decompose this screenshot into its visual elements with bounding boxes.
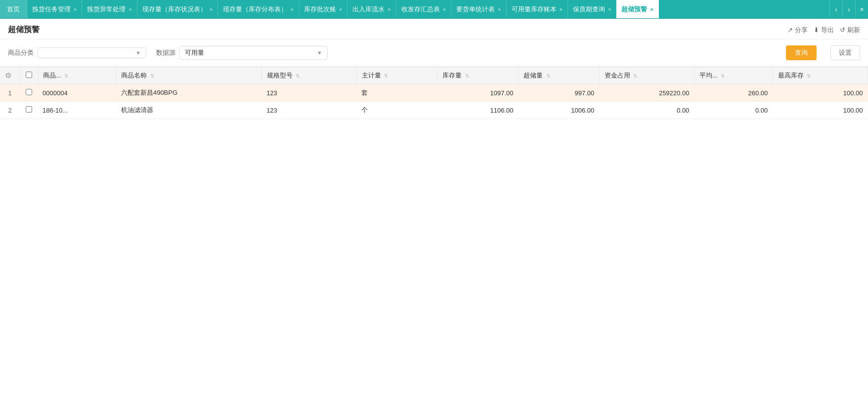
col-gear: ⚙ bbox=[0, 67, 20, 84]
cell-spec-0: 123 bbox=[261, 84, 356, 102]
category-filter-label: 商品分类 bbox=[8, 48, 34, 57]
share-icon: ↗ bbox=[787, 26, 793, 34]
tab-avail-stock-label: 可用量库存账本 bbox=[512, 5, 557, 14]
col-stock-sort-icon: ⇅ bbox=[465, 73, 469, 79]
tab-home-label: 首页 bbox=[7, 5, 20, 14]
cell-unit-0: 套 bbox=[356, 84, 437, 102]
col-overstock-header[interactable]: 超储量 ⇅ bbox=[519, 67, 600, 84]
cell-checkbox-0[interactable] bbox=[20, 84, 38, 102]
col-maxstock-sort-icon: ⇅ bbox=[807, 73, 811, 79]
cell-capital-0: 259220.00 bbox=[599, 84, 694, 102]
col-avg-header[interactable]: 平均... ⇅ bbox=[694, 67, 773, 84]
tab-stock-status-label: 现存量（库存状况表） bbox=[142, 5, 207, 14]
col-name-header[interactable]: 商品名称 ⇅ bbox=[116, 67, 261, 84]
export-button[interactable]: ⬇ 导出 bbox=[814, 26, 834, 35]
page-title: 超储预警 bbox=[8, 25, 40, 35]
tab-stock-dist-label: 现存量（库存分布表） bbox=[223, 5, 287, 14]
col-capital-sort-icon: ⇅ bbox=[633, 73, 637, 79]
tab-pick-exception[interactable]: 拣货异常处理 × bbox=[82, 0, 137, 18]
gear-icon[interactable]: ⚙ bbox=[5, 71, 11, 79]
col-spec-header[interactable]: 规格型号 ⇅ bbox=[261, 67, 356, 84]
col-maxstock-label: 最高库存 bbox=[778, 72, 804, 79]
share-button[interactable]: ↗ 分享 bbox=[787, 26, 808, 35]
table-container: ⚙ 商品... ⇅ 商品名称 ⇅ 规格型号 ⇅ bbox=[0, 67, 868, 119]
datasource-select[interactable]: 可用量 ▼ bbox=[179, 46, 328, 60]
tab-stock-status[interactable]: 现存量（库存状况表） × bbox=[137, 0, 218, 18]
nav-arrow-left[interactable]: ‹ bbox=[829, 0, 842, 18]
cell-code-1: 186-10... bbox=[38, 102, 116, 119]
col-unit-sort-icon: ⇅ bbox=[384, 73, 388, 79]
nav-arrow-close[interactable]: × bbox=[855, 0, 868, 18]
query-button[interactable]: 查询 bbox=[786, 45, 817, 60]
settings-button[interactable]: 设置 bbox=[830, 45, 860, 60]
close-avail-stock-icon[interactable]: × bbox=[560, 6, 563, 12]
cell-spec-1: 123 bbox=[261, 102, 356, 119]
close-shelf-life-icon[interactable]: × bbox=[608, 6, 611, 12]
cell-avg-1: 0.00 bbox=[694, 102, 773, 119]
tab-overstock[interactable]: 超储预警 × bbox=[616, 0, 658, 18]
row-checkbox-0[interactable] bbox=[26, 89, 32, 95]
category-chevron-icon: ▼ bbox=[135, 50, 141, 56]
category-select[interactable]: ▼ bbox=[38, 47, 146, 58]
close-pick-task-icon[interactable]: × bbox=[74, 6, 77, 12]
table-row: 1 0000004 六配套新昌490BPG 123 套 1097.00 997.… bbox=[0, 84, 868, 102]
cell-avg-0: 260.00 bbox=[694, 84, 773, 102]
tab-req-stat[interactable]: 要货单统计表 × bbox=[451, 0, 506, 18]
refresh-button[interactable]: ↺ 刷新 bbox=[840, 26, 860, 35]
tab-inout-flow-label: 出入库流水 bbox=[352, 5, 385, 14]
tab-req-stat-label: 要货单统计表 bbox=[456, 5, 495, 14]
close-recv-send-icon[interactable]: × bbox=[443, 6, 446, 12]
col-code-sort-icon: ⇅ bbox=[64, 73, 68, 79]
cell-name-0: 六配套新昌490BPG bbox=[116, 84, 261, 102]
nav-arrows: ‹ › × bbox=[829, 0, 868, 18]
col-checkbox bbox=[20, 67, 38, 84]
tab-stock-dist[interactable]: 现存量（库存分布表） × bbox=[218, 0, 299, 18]
col-spec-label: 规格型号 bbox=[267, 72, 293, 79]
close-overstock-icon[interactable]: × bbox=[650, 6, 653, 12]
row-checkbox-1[interactable] bbox=[26, 106, 32, 113]
close-stock-batch-icon[interactable]: × bbox=[339, 6, 342, 12]
cell-index-1: 2 bbox=[0, 102, 20, 119]
tab-shelf-life[interactable]: 保质期查询 × bbox=[568, 0, 616, 18]
datasource-filter-label: 数据源 bbox=[156, 48, 175, 57]
overstock-table: ⚙ 商品... ⇅ 商品名称 ⇅ 规格型号 ⇅ bbox=[0, 67, 868, 119]
close-stock-status-icon[interactable]: × bbox=[210, 6, 213, 12]
tab-recv-send[interactable]: 收发存汇总表 × bbox=[396, 0, 451, 18]
col-avg-label: 平均... bbox=[699, 72, 718, 79]
col-unit-header[interactable]: 主计量 ⇅ bbox=[356, 67, 437, 84]
tab-pick-task[interactable]: 拣货任务管理 × bbox=[27, 0, 82, 18]
cell-checkbox-1[interactable] bbox=[20, 102, 38, 119]
cell-capital-1: 0.00 bbox=[599, 102, 694, 119]
select-all-checkbox[interactable] bbox=[26, 72, 32, 78]
cell-overstock-1: 1006.00 bbox=[519, 102, 600, 119]
col-name-label: 商品名称 bbox=[121, 72, 147, 79]
col-stock-header[interactable]: 库存量 ⇅ bbox=[437, 67, 519, 84]
col-capital-label: 资金占用 bbox=[605, 72, 630, 79]
nav-arrow-right[interactable]: › bbox=[842, 0, 855, 18]
tab-home[interactable]: 首页 bbox=[0, 0, 27, 18]
close-req-stat-icon[interactable]: × bbox=[498, 6, 501, 12]
share-label: 分享 bbox=[795, 26, 808, 35]
col-maxstock-header[interactable]: 最高库存 ⇅ bbox=[773, 67, 868, 84]
category-filter-group: 商品分类 ▼ bbox=[8, 47, 146, 58]
close-inout-flow-icon[interactable]: × bbox=[388, 6, 391, 12]
page-header: 超储预警 ↗ 分享 ⬇ 导出 ↺ 刷新 bbox=[0, 19, 868, 40]
export-icon: ⬇ bbox=[814, 26, 819, 34]
tab-stock-batch[interactable]: 库存批次账 × bbox=[299, 0, 347, 18]
cell-stock-0: 1097.00 bbox=[437, 84, 519, 102]
tab-inout-flow[interactable]: 出入库流水 × bbox=[347, 0, 396, 18]
col-capital-header[interactable]: 资金占用 ⇅ bbox=[599, 67, 694, 84]
close-stock-dist-icon[interactable]: × bbox=[290, 6, 293, 12]
tab-overstock-label: 超储预警 bbox=[621, 5, 647, 14]
col-code-header[interactable]: 商品... ⇅ bbox=[38, 67, 116, 84]
col-stock-label: 库存量 bbox=[442, 72, 462, 79]
close-pick-exception-icon[interactable]: × bbox=[129, 6, 131, 12]
tab-stock-batch-label: 库存批次账 bbox=[304, 5, 336, 14]
col-unit-label: 主计量 bbox=[362, 72, 381, 79]
col-spec-sort-icon: ⇅ bbox=[296, 73, 300, 79]
datasource-select-value: 可用量 bbox=[185, 48, 204, 57]
tab-avail-stock[interactable]: 可用量库存账本 × bbox=[507, 0, 568, 18]
filter-row: 商品分类 ▼ 数据源 可用量 ▼ 查询 设置 bbox=[0, 40, 868, 67]
tab-pick-task-label: 拣货任务管理 bbox=[32, 5, 71, 14]
cell-stock-1: 1106.00 bbox=[437, 102, 519, 119]
